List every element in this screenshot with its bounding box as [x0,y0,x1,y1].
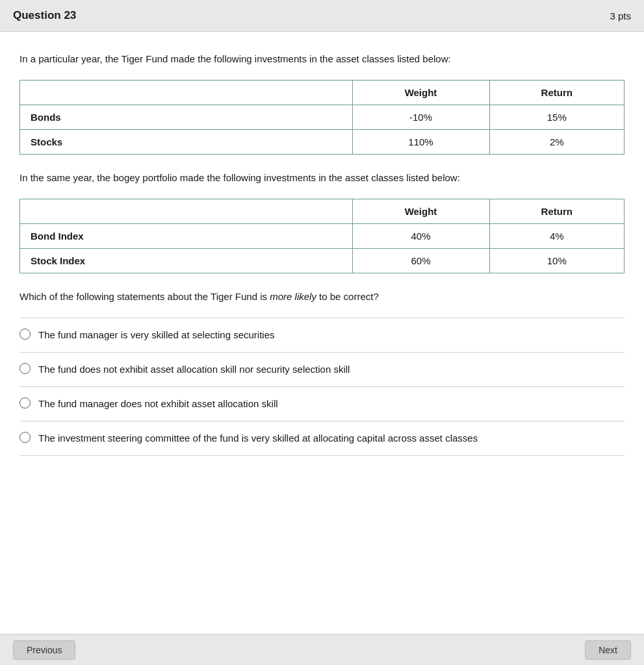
tiger-row-stocks-weight: 110% [352,130,489,155]
tiger-row-bonds-label: Bonds [20,105,353,130]
bogey-col-weight: Weight [352,199,489,224]
footer-bar: Previous Next [0,634,644,665]
next-button[interactable]: Next [585,640,631,660]
tiger-row-bonds-weight: -10% [352,105,489,130]
options-section: The fund manager is very skilled at sele… [19,318,625,456]
intro-text-2: In the same year, the bogey portfolio ma… [19,170,625,186]
bogey-row-stock-index-weight: 60% [352,249,489,273]
option-a-radio[interactable] [19,329,31,340]
question-prompt-italic: more likely [270,291,316,302]
option-d-item[interactable]: The investment steering committee of the… [19,421,625,456]
table-row: Bond Index 40% 4% [20,224,625,249]
option-c-item[interactable]: The fund manager does not exhibit asset … [19,386,625,421]
bogey-col-return: Return [489,199,625,224]
table-row: Stock Index 60% 10% [20,249,625,273]
tiger-row-stocks-label: Stocks [20,130,353,155]
tiger-row-bonds-return: 15% [489,105,625,130]
option-d-radio[interactable] [19,432,31,443]
tiger-col-empty [20,81,353,105]
table-row: Bonds -10% 15% [20,105,625,130]
option-c-radio[interactable] [19,397,31,408]
option-b-item[interactable]: The fund does not exhibit asset allocati… [19,352,625,386]
option-c-text: The fund manager does not exhibit asset … [38,396,278,412]
option-d-text: The investment steering committee of the… [38,431,478,446]
question-prompt: Which of the following statements about … [19,289,625,305]
bogey-table: Weight Return Bond Index 40% 4% Stock In… [19,199,625,273]
bogey-row-bond-index-return: 4% [489,224,625,249]
option-b-radio[interactable] [19,363,31,374]
question-points: 3 pts [610,10,631,21]
table-row: Stocks 110% 2% [20,130,625,155]
question-header: Question 23 3 pts [0,0,644,32]
tiger-col-return: Return [489,81,625,105]
page-container: Question 23 3 pts In a particular year, … [0,0,644,665]
prev-button[interactable]: Previous [13,640,75,660]
tiger-col-weight: Weight [352,81,489,105]
tiger-fund-table: Weight Return Bonds -10% 15% Stocks 110%… [19,80,625,155]
bogey-col-empty [20,199,353,224]
option-b-text: The fund does not exhibit asset allocati… [38,362,350,377]
bogey-row-stock-index-label: Stock Index [20,249,353,273]
question-body: In a particular year, the Tiger Fund mad… [0,32,644,634]
option-a-text: The fund manager is very skilled at sele… [38,327,275,343]
question-title: Question 23 [13,9,76,22]
bogey-row-stock-index-return: 10% [489,249,625,273]
intro-text-1: In a particular year, the Tiger Fund mad… [19,51,625,67]
option-a-item[interactable]: The fund manager is very skilled at sele… [19,318,625,352]
bogey-row-bond-index-label: Bond Index [20,224,353,249]
tiger-row-stocks-return: 2% [489,130,625,155]
bogey-row-bond-index-weight: 40% [352,224,489,249]
